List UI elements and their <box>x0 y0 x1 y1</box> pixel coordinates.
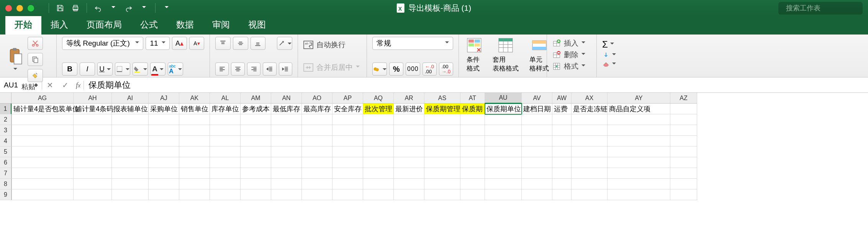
conditional-format-button[interactable]: 条件格式 <box>464 37 484 74</box>
cell[interactable]: 辅计量4是否包装单位 <box>11 104 74 114</box>
column-header[interactable]: AL <box>210 93 241 104</box>
cell[interactable] <box>460 136 485 146</box>
underline-button[interactable]: U <box>97 63 113 76</box>
cancel-formula-button[interactable]: ✕ <box>42 81 57 90</box>
column-header[interactable]: AY <box>608 93 670 104</box>
cell[interactable] <box>112 136 149 146</box>
row-header[interactable]: 1 <box>0 104 11 114</box>
cell[interactable] <box>608 189 670 200</box>
cell[interactable] <box>460 168 485 179</box>
row-header[interactable]: 4 <box>0 136 11 146</box>
merge-center-button[interactable]: 合并后居中 <box>303 63 361 72</box>
undo-dropdown[interactable] <box>107 2 120 14</box>
cell[interactable] <box>149 114 179 125</box>
cell[interactable] <box>271 146 302 157</box>
cell[interactable] <box>302 189 332 200</box>
cell[interactable] <box>552 179 572 189</box>
align-right-button[interactable] <box>247 63 260 76</box>
increase-indent-button[interactable] <box>279 63 292 76</box>
column-header[interactable]: AG <box>11 93 74 104</box>
cell[interactable] <box>210 114 241 125</box>
cell[interactable] <box>608 146 670 157</box>
cell[interactable] <box>460 125 485 136</box>
column-header[interactable]: AV <box>522 93 552 104</box>
cell[interactable] <box>332 114 363 125</box>
cell[interactable] <box>271 157 302 168</box>
column-header[interactable]: AX <box>572 93 608 104</box>
cell[interactable] <box>485 136 522 146</box>
cell[interactable] <box>552 189 572 200</box>
cell[interactable] <box>302 136 332 146</box>
cell[interactable] <box>241 179 271 189</box>
cell[interactable] <box>608 179 670 189</box>
cell[interactable] <box>179 136 210 146</box>
cell[interactable]: 参考成本 <box>241 104 271 114</box>
cell[interactable] <box>149 189 179 200</box>
cell[interactable] <box>522 168 552 179</box>
align-left-button[interactable] <box>215 63 229 76</box>
italic-button[interactable]: I <box>80 63 95 76</box>
cell[interactable] <box>149 125 179 136</box>
cell[interactable] <box>424 136 460 146</box>
delete-cells-button[interactable]: 删除 <box>552 50 591 60</box>
cell[interactable] <box>179 114 210 125</box>
cell[interactable] <box>74 146 112 157</box>
cell[interactable] <box>210 179 241 189</box>
column-header[interactable]: AH <box>74 93 112 104</box>
cell[interactable] <box>424 146 460 157</box>
accounting-format-button[interactable] <box>372 63 387 76</box>
cell[interactable] <box>670 114 697 125</box>
redo-button[interactable] <box>122 2 135 14</box>
cell[interactable] <box>74 125 112 136</box>
align-bottom-button[interactable] <box>251 37 266 50</box>
cell[interactable] <box>179 125 210 136</box>
cell[interactable] <box>522 157 552 168</box>
row-header[interactable]: 8 <box>0 179 11 189</box>
tab-页面布局[interactable]: 页面布局 <box>77 14 131 35</box>
cell[interactable]: 保质期单位 <box>485 104 522 114</box>
name-box[interactable]: AU1 <box>0 81 42 89</box>
cell[interactable] <box>608 114 670 125</box>
decrease-decimal-button[interactable]: .00→.0 <box>439 63 453 76</box>
increase-decimal-button[interactable]: ←.0.00 <box>423 63 437 76</box>
cell[interactable] <box>608 125 670 136</box>
format-painter-button[interactable] <box>28 69 43 82</box>
cell[interactable]: 建档日期 <box>522 104 552 114</box>
cell[interactable] <box>149 157 179 168</box>
column-header[interactable]: AP <box>332 93 363 104</box>
cell[interactable] <box>332 136 363 146</box>
cell[interactable] <box>271 136 302 146</box>
column-header[interactable]: AZ <box>670 93 697 104</box>
cell[interactable] <box>670 136 697 146</box>
cell[interactable] <box>670 168 697 179</box>
cell[interactable] <box>179 168 210 179</box>
cell[interactable] <box>332 125 363 136</box>
cell[interactable] <box>572 114 608 125</box>
cell[interactable]: 批次管理 <box>363 104 394 114</box>
cell[interactable] <box>149 136 179 146</box>
cell[interactable] <box>332 157 363 168</box>
cell[interactable] <box>302 146 332 157</box>
cell[interactable] <box>149 179 179 189</box>
cell[interactable] <box>424 179 460 189</box>
cell[interactable] <box>460 179 485 189</box>
format-cells-button[interactable]: 格式 <box>552 61 591 71</box>
cell[interactable] <box>112 146 149 157</box>
cell[interactable] <box>485 168 522 179</box>
cell[interactable] <box>210 125 241 136</box>
cell[interactable]: 保质期 <box>460 104 485 114</box>
cell[interactable] <box>179 157 210 168</box>
align-top-button[interactable] <box>215 37 231 50</box>
cell[interactable] <box>424 114 460 125</box>
cell[interactable] <box>112 125 149 136</box>
cell[interactable] <box>522 179 552 189</box>
cell[interactable] <box>74 189 112 200</box>
cell[interactable] <box>394 125 424 136</box>
column-header[interactable]: AU <box>485 93 522 104</box>
number-format-select[interactable]: 常规 <box>372 37 453 50</box>
cell[interactable] <box>670 125 697 136</box>
cell[interactable] <box>485 146 522 157</box>
column-header[interactable]: AI <box>112 93 149 104</box>
cell[interactable] <box>241 114 271 125</box>
cell[interactable] <box>394 136 424 146</box>
